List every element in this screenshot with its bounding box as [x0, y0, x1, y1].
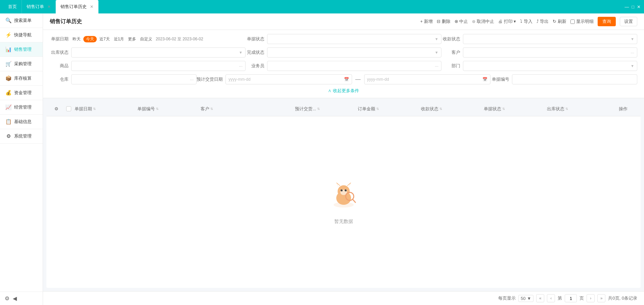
complete-status-label: 完成状态	[246, 49, 264, 55]
sidebar-item-operation[interactable]: 📈 经营管理	[0, 100, 43, 115]
th-amount-sort[interactable]: ⇅	[376, 107, 379, 111]
last-page-btn[interactable]: »	[597, 294, 605, 302]
product-input[interactable]: ···	[71, 61, 246, 71]
product-dots[interactable]: ···	[239, 64, 243, 69]
sidebar-item-data[interactable]: 📋 基础信息	[0, 115, 43, 129]
show-details-input[interactable]	[570, 20, 575, 24]
th-customer-sort[interactable]: ⇅	[210, 107, 213, 111]
th-date-sort[interactable]: ⇅	[93, 107, 96, 111]
show-details-label: 显示明细	[576, 18, 594, 25]
sidebar-settings-icon[interactable]: ⚙	[5, 295, 9, 302]
refresh-button[interactable]: ↻ 刷新	[553, 18, 566, 25]
main-layout: 🔍 搜索菜单 ⚡ 快捷导航 📊 销售管理 🛒 采购管理 📦 库存核算 💰 资金管…	[0, 13, 644, 305]
settings-button[interactable]: 设置	[620, 17, 637, 26]
department-select[interactable]: ▼	[463, 61, 637, 71]
sidebar-item-data-label: 基础信息	[14, 119, 32, 125]
sidebar-item-sales[interactable]: 📊 销售管理	[0, 42, 43, 57]
page-size-select[interactable]: 50 ▼	[518, 295, 533, 302]
filter-product: 商品 ···	[50, 61, 246, 71]
btn-7days[interactable]: 近7天	[98, 36, 111, 42]
btn-more[interactable]: 更多	[127, 36, 137, 42]
filter-area: 单据日期 昨天 今天 近7天 近1月 更多 自定义 2023-06-02 至 2…	[43, 30, 644, 98]
th-checkbox[interactable]	[62, 106, 75, 111]
sidebar-item-system[interactable]: ⚙ 系统管理	[0, 129, 43, 144]
customer-dots[interactable]: ···	[631, 50, 634, 55]
th-number: 单据编号 ⇅	[137, 106, 200, 112]
btn-today[interactable]: 今天	[83, 36, 97, 42]
next-page-btn[interactable]: ›	[587, 294, 595, 302]
product-label: 商品	[50, 63, 69, 69]
sidebar-item-finance[interactable]: 💰 资金管理	[0, 86, 43, 100]
order-number-input[interactable]	[512, 74, 637, 84]
filter-out-status: 出库状态 ▼	[50, 47, 246, 58]
complete-status-chevron: ▼	[435, 50, 438, 54]
tab-sales-order-close[interactable]: ✕	[47, 4, 51, 9]
stop-button[interactable]: ⊗ 中止	[455, 18, 468, 25]
warehouse-dots[interactable]: ···	[190, 77, 194, 82]
order-status-label: 单据状态	[246, 36, 264, 42]
btn-yesterday[interactable]: 昨天	[71, 36, 82, 42]
th-delivery: 预计交货... ⇅	[295, 106, 358, 112]
print-button[interactable]: 🖨 打印 ▾	[498, 18, 516, 25]
sidebar-toggle-icon[interactable]: ◀	[13, 295, 17, 302]
out-status-select[interactable]: ▼	[71, 47, 246, 58]
current-page-input[interactable]	[565, 294, 577, 302]
collapse-label: ∧ 收起更多条件	[328, 88, 359, 94]
th-number-sort[interactable]: ⇅	[156, 107, 159, 111]
import-button[interactable]: ⤵ 导入	[520, 18, 532, 25]
tab-sales-order[interactable]: 销售订单 ✕	[22, 0, 56, 13]
th-order-sort[interactable]: ⇅	[502, 107, 505, 111]
filter-row-1: 单据日期 昨天 今天 近7天 近1月 更多 自定义 2023-06-02 至 2…	[50, 34, 637, 44]
window-close[interactable]: ✕	[637, 4, 641, 9]
empty-state: 暂无数据	[46, 116, 641, 288]
filter-row-3: 商品 ··· 业务员 ···	[50, 61, 637, 71]
delivery-date-label: 预计交货日期	[197, 76, 223, 82]
total-text: 共0页, 0条记录	[608, 295, 637, 301]
customer-input[interactable]: ···	[463, 47, 637, 58]
order-status-chevron: ▼	[435, 37, 438, 41]
warehouse-label: 仓库	[50, 76, 69, 82]
tab-sales-order-history[interactable]: 销售订单历史 ✕	[56, 0, 98, 13]
search-icon: 🔍	[5, 17, 11, 24]
complete-status-select[interactable]: ▼	[267, 47, 441, 58]
tab-home[interactable]: 首页	[3, 0, 22, 13]
tab-sales-order-history-close[interactable]: ✕	[90, 4, 93, 9]
salesperson-dots[interactable]: ···	[435, 64, 438, 69]
window-maximize[interactable]: □	[632, 4, 634, 9]
payment-status-select[interactable]: ▼	[463, 34, 637, 44]
filter-department: 部门 ▼	[441, 61, 637, 71]
query-button[interactable]: 查询	[598, 17, 616, 26]
prev-page-btn[interactable]: ‹	[547, 294, 555, 302]
delivery-start-date[interactable]: yyyy-mm-dd 📅	[225, 74, 352, 84]
sidebar-item-search[interactable]: 🔍 搜索菜单	[0, 13, 43, 28]
sidebar-item-nav[interactable]: ⚡ 快捷导航	[0, 28, 43, 42]
header-checkbox[interactable]	[66, 106, 71, 111]
sidebar-bottom: ⚙ ◀	[0, 292, 43, 305]
btn-custom[interactable]: 自定义	[139, 36, 154, 42]
first-page-btn[interactable]: «	[536, 294, 544, 302]
sidebar-item-inventory[interactable]: 📦 库存核算	[0, 71, 43, 86]
cancel-stop-button[interactable]: ⊙ 取消中止	[472, 18, 494, 25]
show-details-checkbox[interactable]: 显示明细	[570, 18, 594, 25]
th-delivery-label: 预计交货...	[295, 106, 316, 112]
order-status-select[interactable]: ▼	[267, 34, 441, 44]
th-settings[interactable]: ⚙	[50, 106, 62, 111]
th-delivery-sort[interactable]: ⇅	[317, 107, 320, 111]
new-button[interactable]: + 新增	[420, 18, 433, 25]
warehouse-input[interactable]: ···	[71, 74, 197, 84]
btn-1month[interactable]: 近1月	[113, 36, 126, 42]
sidebar-item-purchase[interactable]: 🛒 采购管理	[0, 57, 43, 71]
delivery-end-date[interactable]: yyyy-mm-dd 📅	[364, 74, 490, 84]
warehouse-control: ···	[71, 74, 197, 84]
date-control: 昨天 今天 近7天 近1月 更多 自定义 2023-06-02 至 2023-0…	[71, 36, 246, 42]
window-minimize[interactable]: —	[625, 4, 629, 9]
th-out-sort[interactable]: ⇅	[565, 107, 568, 111]
out-status-control: ▼	[71, 47, 246, 58]
collapse-button[interactable]: ∧ 收起更多条件	[50, 88, 637, 94]
salesperson-input[interactable]: ···	[267, 61, 441, 71]
export-button[interactable]: ⤴ 导出	[536, 18, 549, 25]
delivery-date-control: yyyy-mm-dd 📅 — yyyy-mm-dd 📅	[225, 74, 490, 84]
th-payment-sort[interactable]: ⇅	[439, 107, 442, 111]
delete-button[interactable]: ⊟ 删除	[437, 18, 450, 25]
inventory-icon: 📦	[5, 75, 11, 81]
